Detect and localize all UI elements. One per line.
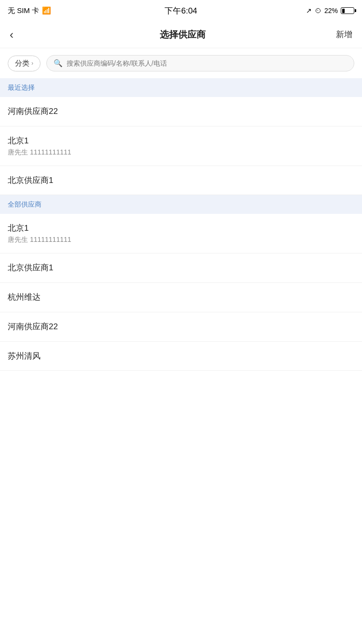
status-time: 下午6:04	[165, 5, 197, 16]
status-left: 无 SIM 卡 📶	[8, 6, 51, 15]
all-section-header: 全部供应商	[0, 195, 362, 214]
item-name: 苏州清风	[8, 350, 354, 362]
item-name: 北京1	[8, 135, 354, 147]
back-button[interactable]: ‹	[10, 28, 29, 42]
recent-list: 河南供应商22北京1唐先生 11111111111北京供应商1	[0, 97, 362, 195]
recent-section-label: 最近选择	[8, 84, 35, 91]
list-item[interactable]: 北京供应商1	[0, 253, 362, 283]
item-name: 北京供应商1	[8, 175, 354, 186]
list-item[interactable]: 河南供应商22	[0, 312, 362, 342]
filter-bar: 分类 › 🔍	[0, 48, 362, 78]
category-label: 分类	[15, 59, 29, 68]
location-icon: ↗	[306, 7, 312, 14]
item-name: 北京1	[8, 223, 354, 234]
list-item[interactable]: 河南供应商22	[0, 97, 362, 126]
search-input[interactable]	[67, 59, 347, 67]
item-name: 河南供应商22	[8, 106, 354, 117]
search-box[interactable]: 🔍	[46, 55, 354, 71]
all-suppliers-list: 北京1唐先生 11111111111北京供应商1杭州维达河南供应商22苏州清风	[0, 214, 362, 371]
chevron-right-icon: ›	[31, 60, 33, 67]
list-item[interactable]: 苏州清风	[0, 342, 362, 371]
alarm-icon: ⏲	[315, 7, 321, 14]
item-name: 北京供应商1	[8, 262, 354, 274]
status-right: ↗ ⏲ 22%	[306, 7, 354, 14]
list-item[interactable]: 北京1唐先生 11111111111	[0, 126, 362, 166]
wifi-icon: 📶	[42, 6, 51, 15]
battery-percent: 22%	[324, 7, 338, 14]
recent-section-header: 最近选择	[0, 78, 362, 97]
list-item[interactable]: 北京1唐先生 11111111111	[0, 214, 362, 253]
search-icon: 🔍	[54, 59, 63, 68]
status-bar: 无 SIM 卡 📶 下午6:04 ↗ ⏲ 22%	[0, 0, 362, 21]
category-filter[interactable]: 分类 ›	[8, 56, 41, 71]
add-button[interactable]: 新增	[336, 29, 352, 40]
battery-icon	[341, 7, 354, 14]
nav-bar: ‹ 选择供应商 新增	[0, 21, 362, 48]
item-sub: 唐先生 11111111111	[8, 148, 354, 157]
item-name: 杭州维达	[8, 292, 354, 303]
item-name: 河南供应商22	[8, 321, 354, 333]
item-sub: 唐先生 11111111111	[8, 236, 354, 244]
all-section-label: 全部供应商	[8, 200, 42, 208]
no-sim-text: 无 SIM 卡	[8, 6, 39, 15]
list-item[interactable]: 杭州维达	[0, 283, 362, 312]
page-title: 选择供应商	[160, 28, 206, 41]
list-item[interactable]: 北京供应商1	[0, 166, 362, 196]
